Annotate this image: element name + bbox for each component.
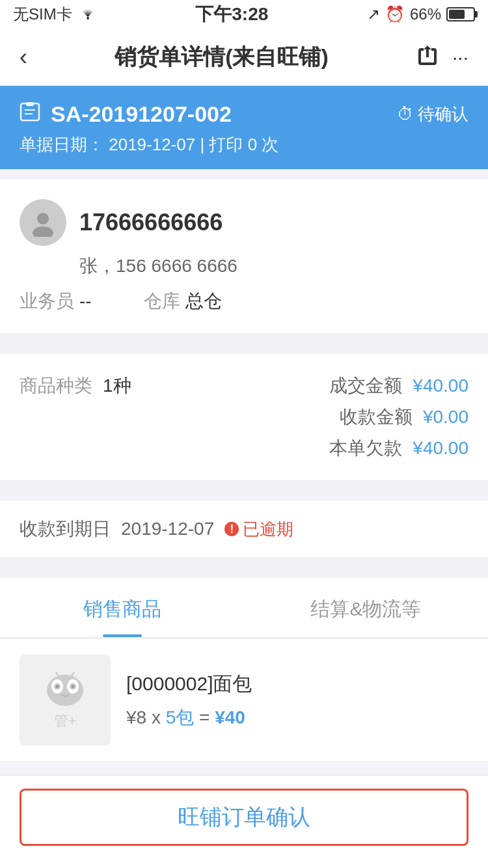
- received-value: ¥0.00: [423, 407, 468, 427]
- overdue-badge: ! 已逾期: [224, 518, 293, 541]
- owed-label: 本单欠款: [329, 436, 402, 461]
- product-item: 管+ [0000002]面包 ¥8 x 5包 = ¥40: [20, 655, 468, 746]
- summary-section: 商品种类 1种 成交金额 ¥40.00 收款金额 ¥0.00 本单欠款 ¥40.…: [0, 354, 488, 480]
- product-section: 管+ [0000002]面包 ¥8 x 5包 = ¥40: [0, 639, 488, 761]
- product-owl-text: 管+: [54, 711, 77, 731]
- svg-point-5: [37, 213, 49, 224]
- order-icon: [20, 102, 43, 127]
- carrier-label: 无SIM卡: [13, 4, 72, 25]
- location-icon: ↗: [367, 5, 380, 23]
- status-text: 待确认: [418, 103, 468, 126]
- page-title: 销货单详情(来自旺铺): [115, 42, 329, 72]
- product-owl-logo: 管+: [39, 670, 91, 731]
- separator-2: [0, 480, 488, 491]
- product-info: [0000002]面包 ¥8 x 5包 = ¥40: [126, 671, 468, 730]
- owed-value: ¥40.00: [413, 438, 468, 459]
- order-status: ⏱ 待确认: [397, 103, 468, 126]
- separator-3: [0, 557, 488, 567]
- product-type-label: 商品种类: [20, 373, 92, 398]
- overdue-icon: !: [224, 522, 239, 536]
- product-name: [0000002]面包: [126, 671, 468, 698]
- tab-products[interactable]: 销售商品: [0, 578, 244, 637]
- warehouse-label: 仓库: [144, 289, 180, 314]
- tab-settlement[interactable]: 结算&物流等: [244, 578, 488, 637]
- quantity: 5包: [166, 707, 195, 727]
- warehouse-value: 总仓: [185, 289, 222, 314]
- summary-amounts: 成交金额 ¥40.00 收款金额 ¥0.00 本单欠款 ¥40.00: [329, 373, 468, 461]
- confirm-button[interactable]: 旺铺订单确认: [20, 789, 468, 846]
- transaction-label: 成交金额: [329, 373, 402, 398]
- overdue-text: 已逾期: [243, 518, 293, 541]
- order-date: 单据日期： 2019-12-07 | 打印 0 次: [20, 133, 468, 156]
- product-thumbnail: 管+: [20, 655, 111, 746]
- avatar: [20, 199, 66, 246]
- status-bar: 无SIM卡 下午3:28 ↗ ⏰ 66%: [0, 0, 488, 29]
- tabs-section: 销售商品 结算&物流等: [0, 578, 488, 638]
- order-header: SA-20191207-002 ⏱ 待确认 单据日期： 2019-12-07 |…: [0, 86, 488, 169]
- product-price: ¥8 x 5包 = ¥40: [126, 705, 468, 730]
- customer-phone: 17666666666: [79, 209, 223, 236]
- wifi-icon: [79, 5, 97, 23]
- due-label: 收款到期日: [20, 517, 111, 541]
- more-button[interactable]: ···: [452, 46, 468, 68]
- due-date: 2019-12-07: [121, 519, 214, 539]
- svg-rect-2: [26, 102, 34, 106]
- svg-point-12: [56, 685, 59, 688]
- product-type-value: 1种: [103, 373, 131, 398]
- nav-bar: ‹ 销货单详情(来自旺铺) ···: [0, 29, 488, 86]
- status-time: 下午3:28: [195, 2, 268, 27]
- transaction-value: ¥40.00: [413, 375, 468, 396]
- svg-point-0: [87, 17, 89, 20]
- nav-actions: ···: [416, 43, 468, 71]
- battery-icon: [446, 7, 475, 21]
- status-right: ↗ ⏰ 66%: [367, 5, 475, 23]
- svg-point-13: [72, 685, 75, 688]
- battery-percent: 66%: [410, 5, 441, 23]
- received-label: 收款金额: [340, 405, 413, 429]
- status-clock-icon: ⏱: [397, 104, 414, 124]
- share-button[interactable]: [416, 43, 439, 71]
- sales-value: --: [79, 291, 92, 312]
- due-section: 收款到期日 2019-12-07 ! 已逾期: [0, 501, 488, 557]
- sales-label: 业务员: [20, 289, 74, 314]
- order-id-section: SA-20191207-002: [20, 102, 232, 127]
- back-button[interactable]: ‹: [20, 44, 27, 71]
- order-id-text: SA-20191207-002: [51, 102, 232, 127]
- alarm-icon: ⏰: [385, 5, 405, 23]
- multiply-sign: x: [152, 707, 166, 727]
- customer-meta: 业务员 -- 仓库 总仓: [20, 289, 468, 314]
- customer-name-phone: 张，156 6666 6666: [20, 254, 468, 278]
- separator-1: [0, 333, 488, 344]
- svg-point-7: [47, 675, 83, 706]
- customer-section: 17666666666 张，156 6666 6666 业务员 -- 仓库 总仓: [0, 180, 488, 333]
- total-price: ¥40: [215, 707, 245, 727]
- equals-sign: =: [199, 707, 215, 727]
- bottom-bar: 旺铺订单确认: [0, 775, 488, 868]
- unit-price: ¥8: [126, 707, 146, 727]
- status-left: 无SIM卡: [13, 4, 97, 25]
- svg-point-6: [33, 226, 53, 237]
